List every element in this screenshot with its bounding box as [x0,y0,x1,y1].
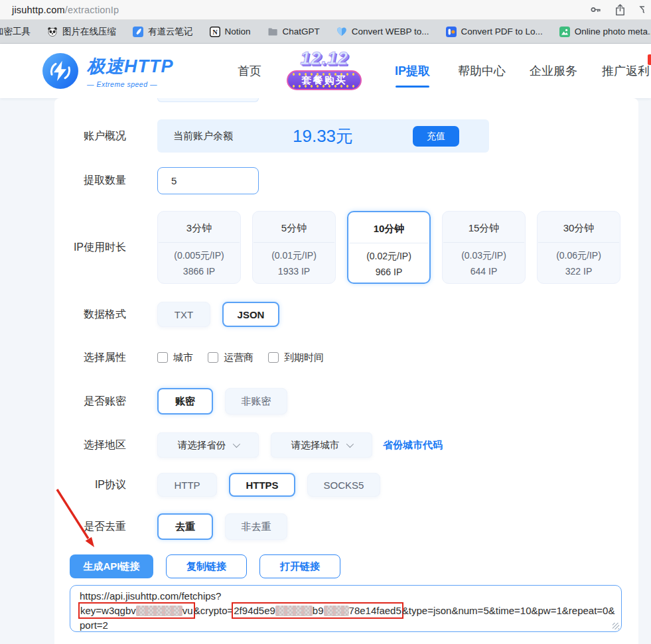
checkbox-box[interactable] [157,352,168,363]
checkbox-city[interactable]: 城市 [157,352,193,364]
green-photo-icon [559,27,570,37]
province-city-code-link[interactable]: 省份城市代码 [383,439,443,452]
checkbox-box[interactable] [268,352,279,363]
share-icon[interactable] [615,4,625,16]
bookmark-label: 图片在线压缩 [62,26,116,38]
checkbox-carrier[interactable]: 运营商 [208,352,253,364]
chevron-down-icon [233,440,240,448]
bookmark-label: ChatGPT [283,27,320,36]
duration-option-3min[interactable]: 3分钟 (0.005元/IP) 3866 IP [157,211,241,284]
logo-title: 极速HTTP [87,54,174,78]
format-option-json-selected[interactable]: JSON [222,302,279,327]
panda-icon [47,27,58,37]
bookmark-image-compress[interactable]: 图片在线压缩 [47,26,116,38]
duration-label: IP使用时长 [54,241,126,255]
duration-option-30min[interactable]: 30分钟 (0.06元/IP) 322 IP [537,211,620,284]
nav-item-referral[interactable]: 推广返利 [602,63,650,79]
dedupe-option-no[interactable]: 非去重 [225,513,287,540]
duration-option-5min[interactable]: 5分钟 (0.01元/IP) 1933 IP [252,211,336,284]
nav-item-ip-extract[interactable]: IP提取 [395,63,430,79]
dedupe-option-yes-selected[interactable]: 去重 [157,513,213,540]
recharge-button[interactable]: 充值 [413,126,459,147]
format-options: TXT JSON [157,302,279,327]
svg-text:N: N [212,28,218,35]
bookmark-encrypt-tool[interactable]: 加密工具 [0,26,31,38]
action-buttons: 生成API链接 复制链接 打开链接 [70,554,340,578]
api-url-line2: key=w3qgbvvu&crypto=2f94d5e9b978e14faed5… [80,604,612,618]
protocol-option-https-selected[interactable]: HTTPS [229,473,295,497]
protocol-option-socks5[interactable]: SOCKS5 [307,473,380,497]
site-header: 极速HTTP — Extreme speed — 首页 12.12 套餐购买 I… [0,44,651,98]
url-path: /extractionIp [65,5,119,15]
attrs-options: 城市 运营商 到期时间 [157,352,324,364]
site-logo[interactable]: 极速HTTP — Extreme speed — [42,53,174,89]
logo-tagline: — Extreme speed — [87,80,174,88]
dedupe-options: 去重 非去重 [157,513,287,540]
city-select[interactable]: 请选择城市 [271,432,372,458]
api-url-line1: https://api.jisuhttp.com/fetchips? [80,589,612,604]
hot-badge [648,54,651,65]
bookmark-photo-meta[interactable]: Online photo meta... [559,27,651,37]
main-area: 账户概况 当前账户余额 19.33元 充值 提取数量 5 IP使用时长 3分钟 … [0,98,651,644]
format-option-txt[interactable]: TXT [157,302,210,327]
bookmark-label: Notion [225,27,251,36]
bookmark-chatgpt[interactable]: ChatGPT [267,27,320,37]
duration-option-15min[interactable]: 15分钟 (0.03元/IP) 644 IP [442,211,526,284]
bookmark-label: Online photo meta... [575,27,651,36]
balance-value: 19.33元 [293,125,353,148]
lightning-logo-icon [42,53,78,89]
scrolled-cutoff-field [157,98,259,102]
bookmark-label: Convert PDF to Lo... [461,27,543,36]
balance-label: 当前账户余额 [173,130,233,143]
nav-referral-label: 推广返利 [602,64,650,78]
auth-option-credentials-selected[interactable]: 账密 [157,388,213,415]
extraction-form-card: 账户概况 当前账户余额 19.33元 充值 提取数量 5 IP使用时长 3分钟 … [54,98,638,644]
nav-item-help-center[interactable]: 帮助中心 [458,63,506,79]
bookmark-convert-pdf[interactable]: Convert PDF to Lo... [446,27,543,37]
page-url: jisuhttp.com/extractionIp [12,5,119,15]
bookmark-convert-webp[interactable]: Convert WEBP to... [336,27,429,37]
api-url-textarea[interactable]: https://api.jisuhttp.com/fetchips? key=w… [70,585,622,632]
pdf-converter-icon [446,27,457,37]
copy-link-button[interactable]: 复制链接 [166,554,247,578]
auth-options: 账密 非账密 [157,388,287,415]
quantity-input[interactable]: 5 [157,167,259,194]
promo-date: 12.12 [287,48,362,69]
promo-pill: 套餐购买 [287,70,362,90]
protocol-option-http[interactable]: HTTP [157,473,217,497]
bookmark-youdao-note[interactable]: 有道云笔记 [133,26,193,38]
nav-item-home[interactable]: 首页 [238,63,261,79]
bookmark-label: Convert WEBP to... [352,27,429,36]
auth-label: 是否账密 [54,395,126,409]
logo-text-block: 极速HTTP — Extreme speed — [87,54,174,88]
bookmarks-bar: 加密工具 图片在线压缩 有道云笔记 N Notion ChatGPT Conve… [0,20,651,44]
clipped-toolbar-icon[interactable] [639,5,644,15]
bookmark-label: 有道云笔记 [148,26,193,38]
format-label: 数据格式 [54,308,126,322]
duration-option-10min-selected[interactable]: 10分钟 (0.02元/IP) 966 IP [347,211,431,284]
key-icon[interactable] [590,4,601,15]
youdao-pen-icon [133,27,143,37]
quantity-label: 提取数量 [54,174,126,188]
chevron-down-icon [346,440,354,448]
folder-icon [267,27,278,37]
pixelated-redaction [136,606,182,616]
open-link-button[interactable]: 打开链接 [259,554,340,578]
province-select[interactable]: 请选择省份 [157,432,259,458]
page: { "colors": { "accent": "#1878f3", "anno… [0,0,651,644]
nav-item-enterprise[interactable]: 企业服务 [530,63,577,79]
protocol-options: HTTP HTTPS SOCKS5 [157,473,380,497]
url-domain: jisuhttp.com [12,5,65,15]
pixelated-redaction [324,606,349,616]
blue-heart-icon [336,27,347,37]
checkbox-box[interactable] [208,352,218,363]
bookmark-notion[interactable]: N Notion [210,27,251,37]
account-balance-box: 当前账户余额 19.33元 充值 [157,119,489,153]
generate-api-link-button[interactable]: 生成API链接 [70,554,153,578]
duration-options: 3分钟 (0.005元/IP) 3866 IP 5分钟 (0.01元/IP) 1… [157,211,620,284]
checkbox-expire-time[interactable]: 到期时间 [268,352,324,364]
bookmark-label: 加密工具 [0,26,31,38]
auth-option-no-credentials[interactable]: 非账密 [225,388,287,415]
browser-address-bar[interactable]: jisuhttp.com/extractionIp [0,0,651,20]
promo-badge-1212[interactable]: 12.12 套餐购买 [287,48,362,90]
